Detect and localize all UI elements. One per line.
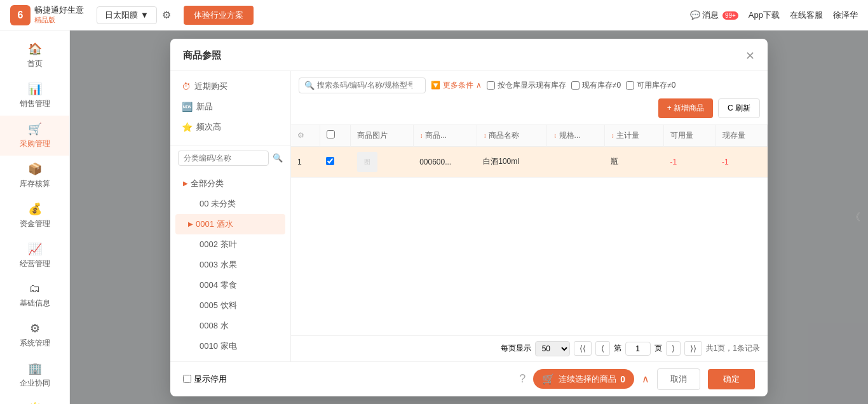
footer-collapse-icon[interactable]: ∧ <box>642 373 649 385</box>
left-tab-label: 新品 <box>196 101 213 112</box>
left-tab-icon: ⏱ <box>182 81 191 91</box>
caret-icon: ▶ <box>183 180 188 187</box>
logo-line2: 精品版 <box>34 15 84 25</box>
category-item[interactable]: ▶0001 酒水 <box>175 214 285 234</box>
left-panel: ⏱近期购买🆕新品⭐频次高 🔍 《 ▶全部分类00 未分类▶0001 酒水0002… <box>170 71 291 361</box>
filter-button[interactable]: 🔽 更多条件 ∧ <box>431 80 482 91</box>
left-tab-新品[interactable]: 🆕新品 <box>175 97 285 117</box>
cart-label: 连续选择的商品 <box>559 374 616 385</box>
nav-right: 💬 消息 99+ App下载 在线客服 徐泽华 <box>690 10 858 21</box>
cart-area[interactable]: 🛒 连续选择的商品 0 <box>533 369 634 389</box>
add-product-button[interactable]: + 新增商品 <box>658 98 713 118</box>
sidebar-item-新手引导[interactable]: 🌟新手引导 <box>0 395 69 404</box>
th-stock: 现存量 <box>715 125 767 147</box>
top-nav: 6 畅捷通好生意 精品版 日太阳膜 ▼ ⚙ 体验行业方案 💬 消息 99+ Ap… <box>0 0 868 30</box>
category-item[interactable]: 0004 零食 <box>175 275 285 295</box>
td-name: 白酒100ml <box>477 146 547 177</box>
sidebar-item-经营管理[interactable]: 📈经营管理 <box>0 236 69 276</box>
sidebar-item-库存核算[interactable]: 📦库存核算 <box>0 156 69 196</box>
refresh-button[interactable]: C 刷新 <box>718 98 760 118</box>
category-item[interactable]: 0003 水果 <box>175 255 285 275</box>
category-item[interactable]: ▶全部分类 <box>175 173 285 194</box>
page-number-input[interactable] <box>625 342 651 356</box>
table-area: ⚙ 商品图片 ↕ 商品... ↕ 商品名称 ↕ 规格... ↕ 主计量 可用量 <box>291 125 768 335</box>
per-page-select[interactable]: 50 10 20 100 <box>535 341 570 356</box>
prev-page-button[interactable]: ⟨ <box>595 341 610 356</box>
checkbox-stock-ne[interactable]: 现有库存≠0 <box>571 80 621 91</box>
sidebar-item-基础信息[interactable]: 🗂基础信息 <box>0 276 69 315</box>
sidebar-label: 资金管理 <box>20 219 50 229</box>
sidebar-icon: 💰 <box>28 202 42 216</box>
sidebar-item-销售管理[interactable]: 📊销售管理 <box>0 76 69 116</box>
show-disabled-checkbox[interactable]: 显示停用 <box>183 374 227 385</box>
left-tab-icon: 🆕 <box>182 102 193 112</box>
sidebar-item-首页[interactable]: 🏠首页 <box>0 36 69 76</box>
category-item[interactable]: 0005 饮料 <box>175 295 285 316</box>
nav-online-service[interactable]: 在线客服 <box>790 10 823 21</box>
sidebar-item-资金管理[interactable]: 💰资金管理 <box>0 196 69 236</box>
category-item[interactable]: 0002 茶叶 <box>175 234 285 255</box>
product-image: 图 <box>357 152 377 172</box>
checkbox-available-ne[interactable]: 可用库存≠0 <box>626 80 675 91</box>
th-gear[interactable]: ⚙ <box>291 125 320 147</box>
category-item[interactable]: 0010 家电 <box>175 336 285 356</box>
modal: 商品参照 ✕ ⏱近期购买🆕新品⭐频次高 🔍 《 <box>170 39 768 396</box>
left-tab-label: 近期购买 <box>194 81 227 92</box>
category-item[interactable]: 0008 水 <box>175 316 285 336</box>
td-stock: -1 <box>715 146 767 177</box>
sidebar-label: 首页 <box>27 58 43 69</box>
th-code: ↕ 商品... <box>413 125 477 147</box>
logo-area: 6 畅捷通好生意 精品版 <box>10 5 84 25</box>
last-page-button[interactable]: ⟩⟩ <box>684 341 702 356</box>
category-label: 0008 水 <box>200 320 229 332</box>
sidebar-icon: 📊 <box>28 82 42 96</box>
modal-title: 商品参照 <box>183 50 221 62</box>
left-tab-icon: ⭐ <box>182 122 193 132</box>
help-icon[interactable]: ? <box>519 372 526 386</box>
sidebar-label: 系统管理 <box>20 338 50 349</box>
gear-icon[interactable]: ⚙ <box>162 9 171 21</box>
chevron-down-icon: ▼ <box>140 10 149 20</box>
page-unit: 页 <box>654 343 662 354</box>
td-checkbox <box>320 146 351 177</box>
left-tab-近期购买[interactable]: ⏱近期购买 <box>175 76 285 97</box>
nav-app-download[interactable]: App下载 <box>749 10 780 21</box>
modal-close-button[interactable]: ✕ <box>745 49 755 63</box>
category-label: 0010 家电 <box>200 340 237 352</box>
category-search-input[interactable] <box>178 151 269 166</box>
left-panel-tabs: ⏱近期购买🆕新品⭐频次高 <box>170 76 290 137</box>
th-name: ↕ 商品名称 <box>477 125 547 147</box>
left-tab-label: 频次高 <box>196 121 221 133</box>
category-label: 00 未分类 <box>200 198 236 210</box>
first-page-button[interactable]: ⟨⟨ <box>574 341 592 356</box>
right-panel: 🔍 🔽 更多条件 ∧ 按仓库显示现有库存 <box>291 71 768 361</box>
sidebar-item-采购管理[interactable]: 🛒采购管理 <box>0 116 69 156</box>
category-item[interactable]: 00 未分类 <box>175 194 285 214</box>
cancel-button[interactable]: 取消 <box>657 368 700 390</box>
td-spec <box>547 146 605 177</box>
cart-count: 0 <box>620 374 625 384</box>
nav-dropdown[interactable]: 日太阳膜 ▼ <box>97 6 157 24</box>
checkbox-warehouse[interactable]: 按仓库显示现有库存 <box>487 80 566 91</box>
select-all-checkbox[interactable] <box>327 130 335 138</box>
nav-message[interactable]: 💬 消息 99+ <box>690 10 738 21</box>
sidebar-label: 经营管理 <box>20 259 50 269</box>
sidebar-item-系统管理[interactable]: ⚙系统管理 <box>0 315 69 355</box>
product-search-input[interactable] <box>317 81 412 90</box>
category-label: 0005 饮料 <box>200 300 237 311</box>
nav-user[interactable]: 徐泽华 <box>833 10 858 21</box>
industry-btn[interactable]: 体验行业方案 <box>184 6 254 25</box>
sidebar-label: 销售管理 <box>20 98 50 109</box>
confirm-button[interactable]: 确定 <box>708 369 755 389</box>
table-row[interactable]: 1 图 000600... 白酒100ml 瓶 -1 -1 <box>291 146 768 177</box>
table-header-row: ⚙ 商品图片 ↕ 商品... ↕ 商品名称 ↕ 规格... ↕ 主计量 可用量 <box>291 125 768 147</box>
sidebar-item-企业协同[interactable]: 🏢企业协同 <box>0 355 69 395</box>
category-label: 0002 茶叶 <box>200 239 237 250</box>
row-checkbox[interactable] <box>326 157 334 165</box>
caret-icon: ▶ <box>188 220 193 227</box>
category-search-icon[interactable]: 🔍 <box>273 153 283 163</box>
left-tab-频次高[interactable]: ⭐频次高 <box>175 117 285 137</box>
th-spec: ↕ 规格... <box>547 125 605 147</box>
modal-body: ⏱近期购买🆕新品⭐频次高 🔍 《 ▶全部分类00 未分类▶0001 酒水0002… <box>170 71 768 361</box>
next-page-button[interactable]: ⟩ <box>666 341 681 356</box>
